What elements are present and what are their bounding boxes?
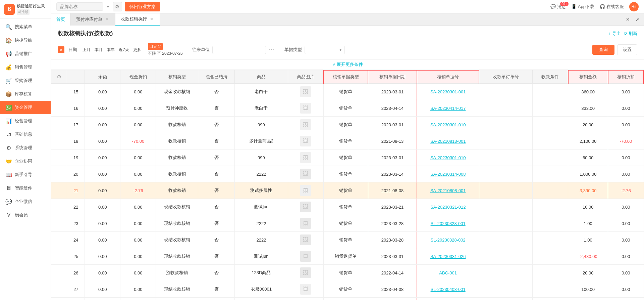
expand-btn[interactable]: » — [58, 46, 64, 53]
service-btn[interactable]: 🎧 在线客服 — [600, 4, 624, 10]
app-download-btn[interactable]: 📱 App下载 — [571, 4, 594, 10]
page-actions: ↑ 导出 ↺ 刷新 — [609, 31, 638, 37]
dropdown-arrow[interactable]: ▼ — [106, 4, 110, 9]
sidebar-item-sales[interactable]: 💰销售管理 — [0, 60, 51, 74]
setting-button[interactable]: 设置 — [617, 44, 637, 55]
export-button[interactable]: ↑ 导出 — [609, 31, 621, 37]
cell-goods: 多计量商品2 — [234, 133, 288, 149]
sidebar-item-operation[interactable]: 📊经营管理 — [0, 114, 51, 128]
sidebar-item-wechat[interactable]: 💬企业微信 — [0, 195, 51, 208]
cell-bill_no: SA-20230414-017 — [417, 100, 479, 117]
bill-no-link[interactable]: SA-20230301-010 — [430, 122, 466, 127]
date-btn-上月[interactable]: 上月 — [81, 46, 92, 53]
sidebar-item-base[interactable]: 🗂基础信息 — [0, 128, 51, 141]
tab-collect[interactable]: 收款核销执行✕ — [115, 13, 160, 26]
bill-no-link[interactable]: SL-20230408-001 — [431, 287, 466, 292]
table-row: 250.000.00现结收款核销否测试jun🖼销货退货单2023-03-31SA… — [51, 248, 644, 265]
cell-cancel_type: 预收款核销 — [156, 265, 198, 281]
maximize-btn[interactable]: ⤢ — [633, 15, 641, 24]
sidebar-item-system[interactable]: ⚙系统管理 — [0, 141, 51, 155]
cell-receipt_order_no — [479, 298, 532, 300]
cell-row_num: 28 — [67, 298, 85, 300]
sidebar-item-hardware[interactable]: 🖥智能硬件 — [0, 181, 51, 195]
goods-img-cell: 🖼 — [300, 234, 311, 245]
cell-bill_date: 2023-03-31 — [368, 248, 417, 265]
finance-icon: 💹 — [5, 104, 12, 111]
cell-cash_discount: 0.00 — [120, 117, 156, 133]
page-header: 收款核销执行(按收款) ↑ 导出 ↺ 刷新 — [51, 26, 644, 40]
tab-close-prepay[interactable]: ✕ — [104, 17, 110, 22]
cell-balance: 0.00 — [85, 100, 120, 117]
tab-close-collect[interactable]: ✕ — [149, 16, 154, 22]
table-row: 160.000.00预付冲应收否老白干🖼销货单2023-04-14SA-2023… — [51, 100, 644, 117]
goods-img-cell: 🖼 — [300, 169, 311, 179]
user-avatar[interactable]: Rit — [629, 2, 639, 11]
date-btn-近7天[interactable]: 近7天 — [117, 46, 130, 53]
base-icon: 🗂 — [5, 131, 12, 138]
cell-cash_discount: -70.00 — [120, 133, 156, 149]
counterpart-input[interactable] — [212, 46, 266, 54]
cell-bill_no: SA-20230301-010 — [417, 149, 479, 166]
bill-no-link[interactable]: SL-20230328-001 — [431, 221, 466, 226]
bill-no-link[interactable]: SA-20210808-001 — [430, 188, 466, 193]
tab-home[interactable]: 首页 — [51, 13, 71, 26]
query-button[interactable]: 查询 — [592, 45, 614, 55]
cell-settings — [51, 117, 67, 133]
expand-conditions-bar: ∨ 展开更多条件 — [51, 59, 644, 70]
cell-included_settled: 否 — [198, 232, 235, 248]
cell-bill_no: SL-20230418-001 — [417, 298, 479, 300]
cell-cash_discount: 0.00 — [120, 248, 156, 265]
settings-col-icon[interactable]: ⚙ — [57, 74, 61, 80]
cell-balance: 0.00 — [85, 149, 120, 166]
settings-icon[interactable]: ⚙ — [113, 2, 122, 11]
date-btn-本月[interactable]: 本月 — [93, 46, 104, 53]
expand-conditions-btn[interactable]: ∨ 展开更多条件 — [332, 61, 363, 68]
bill-no-link[interactable]: SA-20210813-001 — [430, 139, 466, 144]
sidebar-item-finance[interactable]: 💹资金管理 — [0, 101, 51, 114]
bill-type-select[interactable] — [305, 46, 345, 54]
solution-button[interactable]: 休闲行业方案 — [125, 2, 160, 11]
cell-cancel_type: 现结收款核销 — [156, 199, 198, 215]
cell-cash_discount: 0.00 — [120, 298, 156, 300]
cell-bill_date: 2023-04-14 — [368, 100, 417, 117]
search-icon: 🔍 — [5, 24, 12, 30]
tab-prepay[interactable]: 预付冲应付单✕ — [71, 13, 115, 26]
sidebar-item-guide[interactable]: 📖新手引导 — [0, 168, 51, 181]
sidebar-item-purchase[interactable]: 🛒采购管理 — [0, 74, 51, 87]
message-btn[interactable]: 💬 消息 99+ — [550, 4, 566, 10]
custom-date-btn[interactable]: 自定义 — [148, 43, 163, 50]
date-btn-本年[interactable]: 本年 — [105, 46, 116, 53]
cell-cash_discount: 0.00 — [120, 166, 156, 182]
bill-no-link[interactable]: SA-20230321-012 — [430, 205, 466, 210]
table-row: 180.00-70.00收款核销否多计量商品2🖼销货单2021-08-13SA-… — [51, 133, 644, 149]
bill-no-link[interactable]: ABC-001 — [439, 270, 457, 275]
cell-cancel_type: 现结收款核销 — [156, 248, 198, 265]
cell-receipt_terms — [533, 133, 568, 149]
bill-no-link[interactable]: SA-20230414-017 — [430, 106, 466, 111]
close-window-btn[interactable]: ✕ — [624, 15, 632, 24]
sidebar-item-inventory[interactable]: 📦库存核算 — [0, 87, 51, 101]
refresh-button[interactable]: ↺ 刷新 — [624, 31, 637, 37]
date-btn-更多[interactable]: 更多 — [132, 46, 143, 53]
brand-input[interactable] — [56, 2, 103, 11]
sidebar-item-marketing[interactable]: 📢营销推广 — [0, 47, 51, 60]
cell-settings — [51, 84, 67, 100]
cell-receipt_terms — [533, 149, 568, 166]
tab-label-prepay: 预付冲应付单 — [76, 16, 102, 23]
cell-goods: 衣服00001 — [234, 281, 288, 298]
sidebar-label-member: 畅会员 — [15, 212, 28, 218]
sidebar-item-cooperation[interactable]: 🤝企业协同 — [0, 155, 51, 168]
main-content: ▼ ⚙ 休闲行业方案 💬 消息 99+ 📱 App下载 🎧 在线客服 Rit 首… — [51, 0, 644, 300]
bill-type-select-wrap — [305, 46, 345, 54]
sidebar-item-search[interactable]: 🔍搜索菜单 — [0, 20, 51, 34]
sidebar-item-quick-nav[interactable]: 🏠快捷导航 — [0, 34, 51, 47]
sidebar-item-member[interactable]: V畅会员 — [0, 208, 51, 222]
cell-goods_img: 🖼 — [288, 199, 323, 215]
bill-no-link[interactable]: SA-20230314-008 — [430, 172, 466, 177]
bill-no-link[interactable]: SA-20230301-010 — [430, 155, 466, 160]
bill-no-link[interactable]: SL-20230328-002 — [431, 238, 466, 243]
counterpart-dots[interactable]: ··· — [269, 47, 275, 53]
bill-no-link[interactable]: SA-20230331-026 — [430, 254, 466, 259]
cell-cash_discount: -2.76 — [120, 182, 156, 199]
bill-no-link[interactable]: SA-20230301-001 — [430, 89, 466, 94]
